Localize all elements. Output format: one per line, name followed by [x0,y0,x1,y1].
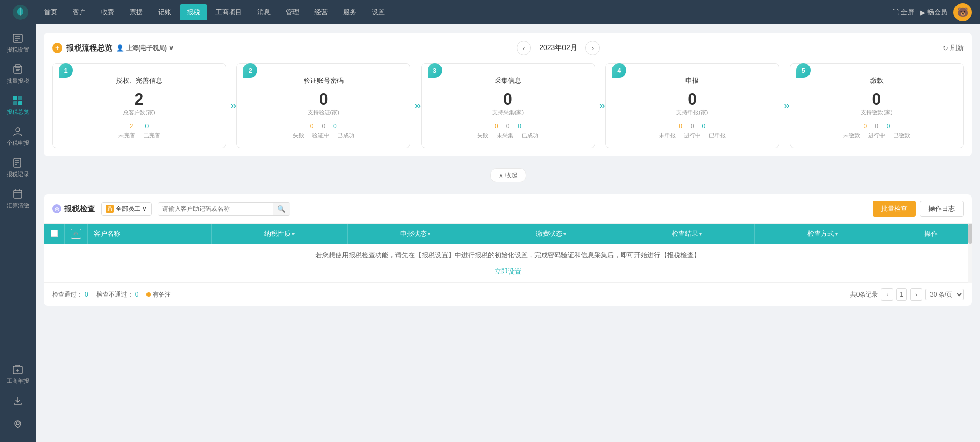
svg-rect-9 [13,96,17,100]
sidebar-item-annual-settlement[interactable]: 汇算清缴 [2,184,34,213]
sidebar-item-batch-tax[interactable]: 批量报税 [2,60,34,89]
sidebar-item-tax-records[interactable]: 报税记录 [2,153,34,182]
col-filter-pay[interactable]: 缴费状态 ▾ [536,229,566,238]
table-settings-button[interactable]: ⚙ [71,229,81,239]
nav-business[interactable]: 工商项目 [208,4,249,20]
step-number-5: 5 [796,63,811,78]
step4-stat-fail[interactable]: 0 [679,122,682,130]
step-stat-complete[interactable]: 0 [145,122,149,130]
nav-message[interactable]: 消息 [250,4,278,20]
step-subtitle-4: 支持申报(家) [614,109,771,116]
col-label-check-method: 检查方式 [807,229,834,238]
app-logo[interactable] [8,0,33,24]
step4-stat-success[interactable]: 0 [702,122,706,130]
top-navigation: 首页 客户 收费 票据 记账 报税 工商项目 消息 管理 经营 服务 设置 ⛶ … [0,0,980,24]
nav-management[interactable]: 管理 [279,4,306,20]
sidebar-label-tax-settings: 报税设置 [7,46,29,54]
nav-accounting[interactable]: 记账 [151,4,179,20]
label3-fail: 失败 [477,132,488,139]
nav-menu: 首页 客户 收费 票据 记账 报税 工商项目 消息 管理 经营 服务 设置 [37,4,892,20]
table-header-checkbox [44,224,64,244]
page-next-button[interactable]: › [910,288,922,301]
nav-home[interactable]: 首页 [37,4,64,20]
date-prev-button[interactable]: ‹ [517,41,531,55]
vip-icon: ▶ [920,9,925,16]
step5-stat-fail[interactable]: 0 [863,122,867,130]
batch-check-button[interactable]: 批量检查 [873,201,916,217]
date-next-button[interactable]: › [585,41,600,55]
collapse-label: 收起 [505,171,518,180]
table-body: 若您想使用报税检查功能，请先在【报税设置】中进行报税的初始化设置，完成密码验证和… [44,244,972,282]
step-title-2: 验证账号密码 [245,76,402,85]
employee-dropdown-icon: ∨ [142,205,147,212]
page-first-button[interactable]: ‹ [881,288,893,301]
nav-service[interactable]: 服务 [336,4,363,20]
step-number-4: 4 [612,63,626,78]
search-button[interactable]: 🔍 [273,203,290,215]
step3-stat-pending[interactable]: 0 [506,122,510,130]
flow-steps-container: 1 授权、完善信息 2 总客户数(家) 2 0 未完善 已完善 » [52,63,964,148]
sidebar-label-tax-records: 报税记录 [7,170,29,178]
col-filter-declare[interactable]: 申报状态 ▾ [400,229,430,238]
sidebar-download[interactable] [2,391,34,410]
col-filter-tax-nature[interactable]: 纳税性质 ▾ [264,229,295,238]
step-count-4: 0 [614,89,771,109]
vip-button[interactable]: ▶ 畅会员 [920,8,947,17]
col-filter-check-result[interactable]: 检查结果 ▾ [672,229,702,238]
step-count-2: 0 [245,89,402,109]
arrow-4-5: » [783,63,790,148]
operation-log-button[interactable]: 操作日志 [920,201,964,217]
annual-settlement-icon [12,188,23,200]
step2-stat-fail[interactable]: 0 [310,122,314,130]
step3-stat-success[interactable]: 0 [518,122,521,130]
step2-stat-pending[interactable]: 0 [322,122,325,130]
left-sidebar: 报税设置 批量报税 报税总览 [0,24,36,442]
refresh-button[interactable]: ↻ 刷新 [943,43,964,53]
fail-count-link[interactable]: 0 [135,291,139,298]
nav-invoice[interactable]: 票据 [122,4,150,20]
sidebar-label-tax-overview: 报税总览 [7,108,29,116]
location-icon [12,419,23,430]
nav-settings[interactable]: 设置 [364,4,392,20]
sidebar-label-annual-settlement: 汇算清缴 [7,202,29,209]
sidebar-item-business-annual[interactable]: 工商年报 [2,360,34,389]
step5-stat-pending[interactable]: 0 [875,122,878,130]
step-labels-4: 未申报 进行中 已申报 [614,132,771,139]
sidebar-location[interactable] [2,414,34,434]
pass-count-link[interactable]: 0 [85,291,88,298]
nav-tax[interactable]: 报税 [180,4,207,20]
nav-client[interactable]: 客户 [65,4,93,20]
scrollbar-thumb [968,224,972,244]
filter-icon-check-method: ▾ [835,231,838,237]
fullscreen-button[interactable]: ⛶ 全屏 [892,8,914,17]
arrow-2-3: » [414,63,421,148]
location-selector[interactable]: 👤 上海(电子税局) ∨ [116,44,174,53]
tax-overview-icon [12,95,23,106]
immediate-setup-link[interactable]: 立即设置 [495,267,521,275]
label3-pending: 未采集 [497,132,513,139]
sidebar-item-tax-overview[interactable]: 报税总览 [2,91,34,120]
nav-operation[interactable]: 经营 [307,4,335,20]
user-avatar[interactable]: 🐻 [953,3,972,21]
step4-stat-pending[interactable]: 0 [691,122,694,130]
flow-step-5: 5 缴款 0 支持缴款(家) 0 0 0 未缴款 进行中 已缴款 [790,63,964,148]
sidebar-item-personal-tax[interactable]: 个税申报 [2,122,34,151]
step2-stat-success[interactable]: 0 [333,122,337,130]
download-icon [12,395,23,406]
personal-tax-icon [12,126,23,137]
fullscreen-icon: ⛶ [892,9,899,16]
employee-filter[interactable]: 员 全部员工 ∨ [101,202,152,216]
step5-stat-success[interactable]: 0 [887,122,890,130]
step-stat-incomplete[interactable]: 2 [130,122,133,130]
step3-stat-fail[interactable]: 0 [495,122,498,130]
table-scrollbar[interactable] [968,224,972,283]
collapse-button[interactable]: ∧ 收起 [490,168,526,182]
select-all-checkbox[interactable] [51,230,58,237]
table-header-check-method: 检查方式 ▾ [754,224,890,244]
client-search-input[interactable] [158,203,273,215]
per-page-selector[interactable]: 30 条/页 [925,289,964,300]
sidebar-bottom [2,391,34,442]
nav-fee[interactable]: 收费 [94,4,121,20]
col-filter-check-method[interactable]: 检查方式 ▾ [807,229,838,238]
sidebar-item-tax-settings[interactable]: 报税设置 [2,29,34,58]
